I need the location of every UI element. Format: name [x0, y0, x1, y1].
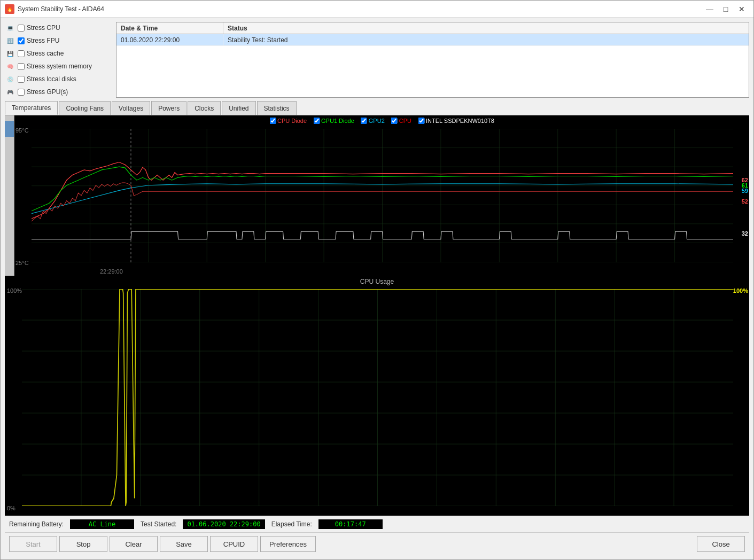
cpu-usage-chart[interactable]: CPU Usage 100% 0% 100%	[5, 276, 749, 516]
minimize-button[interactable]: —	[702, 3, 717, 15]
legend-cpu: CPU	[391, 118, 411, 124]
test-started-value: 01.06.2020 22:29:00	[183, 519, 265, 529]
legend-gpu1-diode: GPU1 Diode	[313, 118, 354, 124]
stress-disk-label[interactable]: Stress local disks	[27, 75, 76, 83]
cpuid-button[interactable]: CPUID	[210, 536, 258, 552]
legend-cpu-label: CPU	[399, 118, 411, 124]
app-icon-symbol: 🔥	[6, 6, 13, 12]
cpu-chart-svg	[22, 289, 733, 506]
legend-gpu2-checkbox[interactable]	[361, 118, 367, 124]
stress-cache-icon: 💾	[5, 49, 15, 58]
tab-voltages[interactable]: Voltages	[112, 101, 150, 115]
legend-cpu-diode-checkbox[interactable]	[269, 118, 276, 124]
legend-cpu-diode-label: CPU Diode	[277, 118, 307, 124]
stress-cache-label[interactable]: Stress cache	[27, 50, 64, 57]
legend-intel-ssd: INTEL SSDPEKNW010T8	[418, 118, 494, 124]
tabs-section: Temperatures Cooling Fans Voltages Power…	[5, 101, 749, 115]
save-button[interactable]: Save	[160, 536, 208, 552]
temp-chart-svg	[32, 129, 733, 262]
temp-y-max: 95°C	[15, 127, 29, 134]
scrollbar-thumb[interactable]	[5, 121, 14, 137]
button-bar: Start Stop Clear Save CPUID Preferences …	[5, 532, 749, 555]
temp-value-intel-ssd: 32	[742, 230, 748, 237]
cpu-chart-title: CPU Usage	[360, 278, 394, 285]
legend-intel-ssd-label: INTEL SSDPEKNW010T8	[426, 118, 494, 124]
cpu-y-min: 0%	[7, 505, 15, 511]
stress-fpu-icon: 🔢	[5, 36, 15, 45]
stress-disk-checkbox[interactable]	[18, 76, 25, 83]
tabs-bar: Temperatures Cooling Fans Voltages Power…	[5, 101, 749, 115]
stress-disk-item: 💿 Stress local disks	[5, 73, 112, 85]
test-started-label: Test Started:	[141, 520, 176, 528]
temp-value-gpu2: 59	[742, 188, 748, 194]
window-title: System Stability Test - AIDA64	[18, 5, 702, 13]
temp-x-time: 22:29:00	[100, 268, 123, 275]
temp-chart-legend: CPU Diode GPU1 Diode GPU2 CPU	[269, 118, 494, 124]
legend-gpu1-diode-label: GPU1 Diode	[321, 118, 354, 124]
log-table: Date & Time Status 01.06.2020 22:29:00 S…	[116, 22, 749, 98]
stress-disk-icon: 💿	[5, 75, 15, 83]
elapsed-time-value: 00:17:47	[318, 519, 383, 529]
legend-gpu2: GPU2	[361, 118, 385, 124]
stress-fpu-checkbox[interactable]	[18, 37, 25, 44]
stress-gpu-item: 🎮 Stress GPU(s)	[5, 86, 112, 98]
stress-gpu-label[interactable]: Stress GPU(s)	[27, 88, 68, 96]
remaining-battery-label: Remaining Battery:	[9, 520, 64, 528]
temp-chart-inner: CPU Diode GPU1 Diode GPU2 CPU	[14, 115, 749, 276]
tab-clocks[interactable]: Clocks	[188, 101, 221, 115]
legend-gpu1-diode-checkbox[interactable]	[313, 118, 320, 124]
legend-cpu-checkbox[interactable]	[391, 118, 398, 124]
temp-value-cpu: 52	[742, 198, 748, 205]
temp-y-min: 25°C	[15, 260, 29, 266]
log-cell-datetime: 01.06.2020 22:29:00	[116, 34, 223, 45]
temperature-chart[interactable]: CPU Diode GPU1 Diode GPU2 CPU	[5, 115, 749, 276]
tab-temperatures[interactable]: Temperatures	[5, 101, 58, 115]
stress-fpu-item: 🔢 Stress FPU	[5, 35, 112, 46]
log-header-datetime: Date & Time	[116, 22, 223, 34]
elapsed-time-label: Elapsed Time:	[271, 520, 312, 528]
legend-gpu2-label: GPU2	[369, 118, 385, 124]
log-table-header: Date & Time Status	[116, 22, 749, 34]
legend-intel-ssd-checkbox[interactable]	[418, 118, 424, 124]
start-button[interactable]: Start	[9, 536, 57, 552]
tab-cooling-fans[interactable]: Cooling Fans	[59, 101, 111, 115]
cpu-y-max: 100%	[7, 287, 22, 294]
stress-cpu-label[interactable]: Stress CPU	[27, 24, 60, 32]
tab-unified[interactable]: Unified	[222, 101, 255, 115]
main-window: 🔥 System Stability Test - AIDA64 — □ ✕ 💻…	[0, 0, 754, 560]
top-section: 💻 Stress CPU 🔢 Stress FPU 💾 Stress cache…	[5, 22, 749, 98]
title-bar: 🔥 System Stability Test - AIDA64 — □ ✕	[1, 1, 753, 18]
log-header-status: Status	[223, 22, 749, 34]
temp-chart-scrollbar[interactable]	[5, 115, 14, 276]
stop-button[interactable]: Stop	[59, 536, 107, 552]
legend-cpu-diode: CPU Diode	[269, 118, 307, 124]
remaining-battery-value: AC Line	[70, 519, 134, 529]
bottom-status-bar: Remaining Battery: AC Line Test Started:…	[5, 516, 749, 532]
stress-fpu-label[interactable]: Stress FPU	[27, 37, 59, 44]
close-button[interactable]: Close	[697, 536, 745, 552]
maximize-button[interactable]: □	[718, 3, 733, 15]
stress-memory-icon: 🧠	[5, 62, 15, 71]
main-content: 💻 Stress CPU 🔢 Stress FPU 💾 Stress cache…	[1, 18, 753, 559]
close-window-button[interactable]: ✕	[734, 3, 749, 15]
preferences-button[interactable]: Preferences	[260, 536, 316, 552]
stress-memory-item: 🧠 Stress system memory	[5, 60, 112, 72]
stress-memory-checkbox[interactable]	[18, 63, 25, 70]
log-cell-status: Stability Test: Started	[223, 34, 749, 45]
tab-statistics[interactable]: Statistics	[257, 101, 297, 115]
app-icon: 🔥	[5, 4, 14, 14]
stress-cpu-checkbox[interactable]	[18, 25, 25, 32]
clear-button[interactable]: Clear	[110, 536, 158, 552]
stress-cache-checkbox[interactable]	[18, 50, 25, 57]
stress-cpu-icon: 💻	[5, 24, 15, 32]
window-controls: — □ ✕	[702, 3, 749, 15]
stress-cpu-item: 💻 Stress CPU	[5, 22, 112, 34]
stress-cache-item: 💾 Stress cache	[5, 48, 112, 59]
stress-gpu-checkbox[interactable]	[18, 89, 25, 96]
log-row[interactable]: 01.06.2020 22:29:00 Stability Test: Star…	[116, 34, 749, 46]
stress-gpu-icon: 🎮	[5, 88, 15, 96]
charts-section: CPU Diode GPU1 Diode GPU2 CPU	[5, 115, 749, 516]
stress-options-panel: 💻 Stress CPU 🔢 Stress FPU 💾 Stress cache…	[5, 22, 112, 98]
tab-powers[interactable]: Powers	[151, 101, 186, 115]
stress-memory-label[interactable]: Stress system memory	[27, 63, 92, 70]
